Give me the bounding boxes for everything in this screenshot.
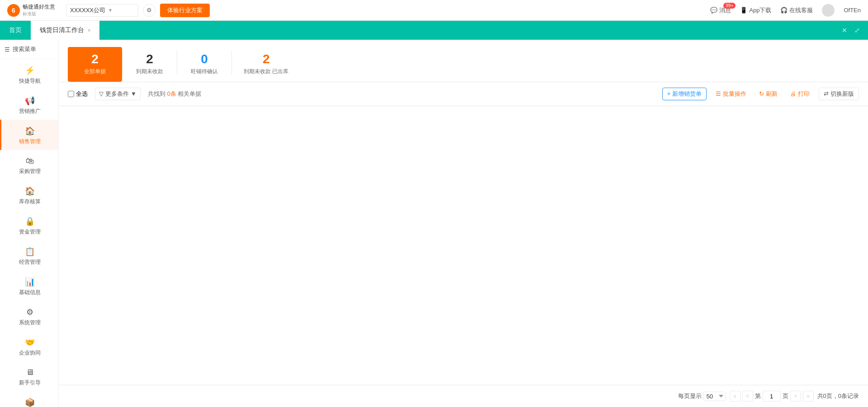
main-layout: ☰ 搜索菜单 ⚡ 快捷导航 📢 营销推广 🏠 销售管理 🛍 采购管理 🏠 库存核…: [0, 40, 868, 407]
sidebar-item-basic-info[interactable]: 📊 基础信息: [0, 271, 58, 301]
sidebar-item-marketing[interactable]: 📢 营销推广: [0, 89, 58, 120]
trial-button[interactable]: 体验行业方案: [160, 4, 210, 17]
stat-num-all: 2: [91, 51, 99, 67]
switch-icon: ⇄: [824, 90, 829, 97]
sidebar-item-guide[interactable]: 🖥 新手引导: [0, 361, 58, 391]
select-all-checkbox[interactable]: 全选: [68, 90, 88, 98]
filter-button[interactable]: ▽ 更多条件 ▼: [95, 88, 141, 100]
stats-row: 2 全部单据 2 到期未收款 0 旺铺待确认 2 到期未收款 已出库: [59, 40, 868, 82]
sidebar-item-system[interactable]: ⚙ 系统管理: [0, 301, 58, 331]
tab-home[interactable]: 首页: [0, 21, 31, 40]
app-center-icon: 📦: [25, 398, 35, 407]
found-text: 共找到 0条 相关单据: [148, 90, 201, 98]
switch-version-button[interactable]: ⇄ 切换新版: [819, 88, 859, 100]
message-badge: 99+: [723, 3, 736, 9]
purchase-icon: 🛍: [26, 156, 34, 166]
chevron-filter-icon: ▼: [131, 90, 137, 97]
first-page-button[interactable]: «: [730, 391, 741, 402]
select-all-input[interactable]: [68, 91, 74, 97]
top-header: 6 畅捷通好生意 标准版 XXXXXX公司 ▼ ⚙ 体验行业方案 💬 消息 99…: [0, 0, 868, 21]
stat-card-shipped[interactable]: 2 到期未收款 已出库: [232, 47, 300, 82]
sidebar: ☰ 搜索菜单 ⚡ 快捷导航 📢 营销推广 🏠 销售管理 🛍 采购管理 🏠 库存核…: [0, 40, 59, 407]
sidebar-item-purchase[interactable]: 🛍 采购管理: [0, 150, 58, 180]
download-icon: 📱: [740, 7, 747, 14]
logo-text: 畅捷通好生意 标准版: [23, 4, 55, 17]
page-suffix: 页: [783, 392, 788, 400]
stat-label-overdue: 到期未收款: [136, 68, 163, 75]
tab-work-bench[interactable]: 钱货日清工作台 ×: [31, 21, 99, 40]
message-button[interactable]: 💬 消息 99+: [710, 6, 731, 14]
toolbar: 全选 ▽ 更多条件 ▼ 共找到 0条 相关单据 + 新增销货单 ☰ 批量操作 ↻: [59, 82, 868, 106]
refresh-button[interactable]: ↻ 刷新: [755, 88, 781, 100]
cooperation-icon: 🤝: [25, 337, 35, 347]
online-service-button[interactable]: 🎧 在线客服: [780, 6, 813, 14]
company-name: XXXXXX公司: [70, 6, 105, 14]
sidebar-item-sales[interactable]: 🏠 销售管理: [0, 120, 58, 150]
add-sale-button[interactable]: + 新增销货单: [662, 88, 707, 100]
inventory-icon: 🏠: [25, 186, 35, 196]
message-icon: 💬: [710, 7, 717, 14]
stat-num-shipped: 2: [263, 51, 270, 67]
avatar[interactable]: [822, 4, 835, 17]
search-menu-button[interactable]: ☰ 搜索菜单: [0, 40, 58, 59]
sidebar-item-cooperation[interactable]: 🤝 企业协同: [0, 331, 58, 361]
sidebar-item-operations[interactable]: 📋 经营管理: [0, 240, 58, 271]
sidebar-item-app-center[interactable]: 📦 应用中心: [0, 391, 58, 407]
settings-button[interactable]: ⚙: [143, 4, 156, 17]
quick-nav-icon: ⚡: [25, 65, 35, 75]
gear-icon: ⚙: [146, 7, 152, 14]
content-area: 2 全部单据 2 到期未收款 0 旺铺待确认 2 到期未收款 已出库: [59, 40, 868, 407]
page-label: 第: [755, 392, 761, 400]
page-nav: « < 第 页 > »: [730, 391, 814, 402]
sidebar-item-finance[interactable]: 🔒 资金管理: [0, 210, 58, 240]
stat-label-all: 全部单据: [84, 68, 106, 75]
app-download-button[interactable]: 📱 App下载: [740, 6, 771, 14]
page-size-select-input[interactable]: 10 20 50 100: [703, 392, 726, 401]
sales-icon: 🏠: [25, 126, 35, 136]
last-page-button[interactable]: »: [803, 391, 814, 402]
refresh-icon: ↻: [759, 90, 764, 97]
stat-num-wangpu: 0: [201, 51, 208, 67]
logo-area: 6 畅捷通好生意 标准版: [7, 4, 66, 17]
stat-card-overdue[interactable]: 2 到期未收款: [123, 47, 177, 82]
header-right: 💬 消息 99+ 📱 App下载 🎧 在线客服 OfTEn: [710, 4, 861, 17]
service-icon: 🎧: [780, 7, 788, 14]
close-tab-button[interactable]: ✕: [838, 25, 851, 36]
stat-label-shipped: 到期未收款 已出库: [244, 68, 288, 75]
maximize-tab-button[interactable]: ⤢: [851, 25, 863, 36]
stat-label-wangpu: 旺铺待确认: [191, 68, 218, 75]
table-area: [59, 106, 868, 385]
basic-info-icon: 📊: [25, 277, 35, 287]
found-count: 0条: [167, 90, 176, 97]
page-size-selector[interactable]: 每页显示 10 20 50 100: [678, 392, 726, 401]
search-icon: ☰: [5, 46, 10, 53]
stat-card-wangpu[interactable]: 0 旺铺待确认: [177, 47, 231, 82]
page-number-input[interactable]: [763, 391, 781, 402]
batch-icon: ☰: [716, 90, 721, 97]
avatar-name: OfTEn: [844, 7, 861, 14]
stat-num-overdue: 2: [146, 51, 153, 67]
print-button[interactable]: 🖨 打印: [787, 88, 813, 100]
prev-page-button[interactable]: <: [742, 391, 753, 402]
sidebar-item-inventory[interactable]: 🏠 库存核算: [0, 180, 58, 210]
logo-icon: 6: [7, 4, 20, 17]
guide-icon: 🖥: [26, 368, 34, 377]
operations-icon: 📋: [25, 247, 35, 257]
tab-close-icon[interactable]: ×: [88, 28, 90, 33]
stat-card-all[interactable]: 2 全部单据: [68, 47, 122, 82]
filter-icon: ▽: [99, 90, 104, 97]
batch-operation-button[interactable]: ☰ 批量操作: [712, 88, 750, 100]
system-icon: ⚙: [26, 307, 33, 317]
company-selector[interactable]: XXXXXX公司 ▼: [66, 4, 138, 17]
chevron-down-icon: ▼: [108, 8, 113, 13]
nav-tabs: 首页 钱货日清工作台 × ✕ ⤢: [0, 21, 868, 40]
tab-controls: ✕ ⤢: [838, 25, 868, 36]
next-page-button[interactable]: >: [790, 391, 801, 402]
total-info: 共0页，0条记录: [817, 392, 859, 400]
toolbar-right: + 新增销货单 ☰ 批量操作 ↻ 刷新 🖨 打印 ⇄ 切换新版: [662, 88, 859, 100]
pagination: 每页显示 10 20 50 100 « < 第 页 > » 共0页，0条记录: [59, 385, 868, 407]
finance-icon: 🔒: [25, 216, 35, 226]
marketing-icon: 📢: [25, 96, 35, 106]
sidebar-item-quick-nav[interactable]: ⚡ 快捷导航: [0, 59, 58, 89]
print-icon: 🖨: [790, 90, 796, 97]
